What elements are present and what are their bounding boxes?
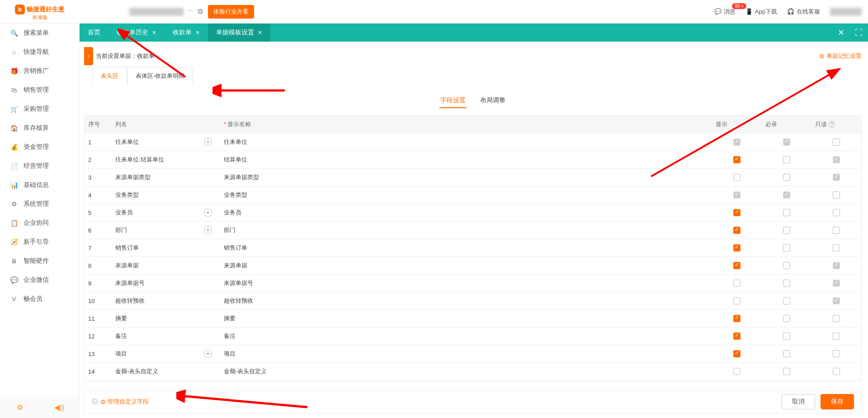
checkbox[interactable]	[783, 244, 790, 252]
nav-item-8[interactable]: 📊基础信息	[0, 176, 79, 195]
row-display[interactable]: 来源单据类型	[220, 169, 712, 186]
row-display[interactable]: 来源单据号	[220, 275, 712, 292]
collapse-icon[interactable]: ◀))	[40, 403, 80, 412]
close-icon[interactable]: ✕	[195, 29, 200, 36]
checkbox[interactable]	[733, 332, 741, 340]
nav-item-10[interactable]: 📋企业协同	[0, 214, 79, 233]
row-display[interactable]: 业务员	[220, 204, 712, 222]
close-all-tabs-icon[interactable]: ✕	[832, 24, 850, 42]
checkbox[interactable]	[833, 332, 840, 340]
checkbox[interactable]	[783, 174, 790, 181]
section-tab-0[interactable]: 表头区	[92, 67, 127, 86]
cancel-button[interactable]: 取消	[782, 394, 815, 409]
checkbox[interactable]	[733, 262, 741, 269]
sub-tab-0[interactable]: 字段设置	[439, 94, 467, 108]
customer-service-button[interactable]: 🎧 在线客服	[787, 8, 820, 16]
page-tab-2[interactable]: 收款单✕	[165, 24, 208, 42]
row-display[interactable]: 业务类型	[220, 186, 712, 204]
app-download-button[interactable]: 📱 App下载	[745, 8, 777, 16]
nav-item-5[interactable]: 🏠库存核算	[0, 119, 79, 138]
nav-item-0[interactable]: 🔍搜索菜单	[0, 24, 79, 43]
nav-item-2[interactable]: 🎁营销推广	[0, 62, 79, 81]
checkbox[interactable]	[733, 350, 741, 357]
help-circle-icon[interactable]: ⓘ	[92, 398, 98, 406]
nav-item-14[interactable]: V畅会员	[0, 290, 79, 309]
close-icon[interactable]: ✕	[152, 29, 156, 36]
checkbox[interactable]	[733, 368, 741, 375]
checkbox[interactable]	[783, 368, 790, 375]
nav-item-12[interactable]: 🖥智能硬件	[0, 252, 79, 271]
page-tab-3[interactable]: 单据模板设置✕	[208, 24, 270, 42]
row-display[interactable]: 摘要	[220, 310, 712, 328]
checkbox[interactable]	[833, 191, 840, 199]
row-display[interactable]: 金额-表头自定义	[220, 363, 712, 380]
checkbox[interactable]	[833, 350, 840, 357]
row-display[interactable]: 项目	[220, 345, 712, 363]
nav-icon: 🏠	[10, 124, 18, 132]
checkbox[interactable]	[833, 227, 840, 234]
checkbox[interactable]	[733, 174, 741, 181]
checkbox[interactable]	[733, 297, 741, 304]
close-icon[interactable]: ✕	[258, 29, 262, 36]
add-icon[interactable]: +	[204, 138, 212, 146]
page-tab-0[interactable]: 首页	[80, 24, 108, 42]
nav-item-7[interactable]: 📄经营管理	[0, 157, 79, 176]
row-display[interactable]: 部门	[220, 222, 712, 239]
nav-item-11[interactable]: 🧭新手引导	[0, 233, 79, 252]
nav-label: 基础信息	[24, 181, 49, 189]
checkbox[interactable]	[783, 209, 790, 216]
checkbox[interactable]	[783, 262, 790, 269]
row-display[interactable]: 销售订单	[220, 239, 712, 257]
checkbox	[783, 191, 790, 199]
checkbox[interactable]	[733, 244, 741, 252]
checkbox[interactable]	[733, 315, 741, 322]
field-grid-wrap[interactable]: 序号 列名 *显示名称 显示 必录 只读? 1往来单位+往来单位2往来单位.结算…	[84, 115, 862, 382]
nav-item-3[interactable]: 🛍销售管理	[0, 81, 79, 100]
checkbox[interactable]	[833, 244, 840, 252]
checkbox[interactable]	[783, 332, 790, 340]
save-button[interactable]: 保存	[821, 394, 854, 409]
nav-item-6[interactable]: 💰资金管理	[0, 138, 79, 157]
fullscreen-icon[interactable]: ⛶	[850, 24, 868, 42]
nav-item-4[interactable]: 🛒采购管理	[0, 100, 79, 119]
checkbox[interactable]	[833, 138, 840, 146]
try-industry-button[interactable]: 体验行业方案	[208, 5, 254, 19]
checkbox[interactable]	[833, 315, 840, 322]
checkbox[interactable]	[783, 156, 790, 163]
user-menu[interactable]	[830, 8, 862, 16]
checkbox[interactable]	[733, 209, 741, 216]
nav-item-9[interactable]: ⚙系统管理	[0, 195, 79, 214]
row-display[interactable]: 备注	[220, 328, 712, 345]
checkbox[interactable]	[783, 297, 790, 304]
messages-button[interactable]: 💬 消息	[714, 8, 736, 16]
add-icon[interactable]: +	[204, 209, 212, 217]
checkbox[interactable]	[783, 350, 790, 357]
checkbox[interactable]	[733, 227, 741, 234]
row-display[interactable]: 往来单位	[220, 133, 712, 151]
sub-tab-1[interactable]: 布局调整	[479, 94, 506, 108]
account-selector[interactable]: ﹀	[80, 8, 197, 16]
checkbox[interactable]	[833, 209, 840, 216]
checkbox[interactable]	[833, 368, 840, 375]
manage-custom-fields-link[interactable]: ⚙ 管理自定义字段	[100, 398, 149, 406]
row-display[interactable]: 结算单位	[220, 151, 712, 169]
help-icon[interactable]: ?	[829, 121, 835, 128]
section-tab-1[interactable]: 表体区-收款单明细	[127, 67, 193, 86]
nav-item-13[interactable]: 💬企业微信	[0, 271, 79, 290]
add-icon[interactable]: +	[204, 350, 212, 358]
expand-toggle[interactable]: ›	[84, 47, 93, 65]
row-display[interactable]: 来源单据	[220, 257, 712, 275]
checkbox[interactable]	[783, 227, 790, 234]
checkbox[interactable]	[783, 315, 790, 322]
row-display[interactable]: 超收转预收	[220, 292, 712, 310]
add-icon[interactable]: +	[204, 226, 212, 234]
checkbox[interactable]	[733, 280, 741, 287]
row-display[interactable]: 提成1	[220, 380, 712, 383]
gear-icon[interactable]: ⚙	[197, 7, 203, 16]
nav-item-1[interactable]: ⌂快捷导航	[0, 43, 79, 62]
memory-settings-link[interactable]: ⚙ 单据记忆设置	[819, 52, 862, 60]
checkbox[interactable]	[733, 156, 741, 163]
page-tab-1[interactable]: 收款单历史✕	[108, 24, 165, 42]
checkbox[interactable]	[783, 280, 790, 287]
settings-icon[interactable]: ⚙	[0, 403, 40, 412]
